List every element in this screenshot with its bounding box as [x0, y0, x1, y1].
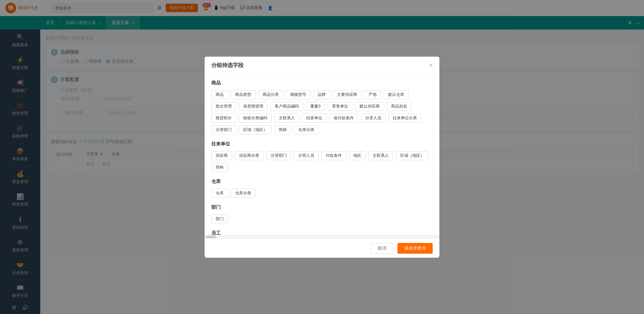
- modal-confirm-button[interactable]: 保存并查询: [397, 243, 433, 254]
- modal-footer: 取消 保存并查询: [205, 239, 439, 258]
- field-tag[interactable]: 分管人员: [361, 114, 386, 123]
- field-tag[interactable]: 规格型号: [286, 90, 311, 99]
- field-tag[interactable]: 商品类型: [231, 90, 256, 99]
- partner-section-title: 往来单位: [211, 141, 433, 147]
- field-tag[interactable]: 供应商: [211, 151, 232, 160]
- field-tag[interactable]: 税收分类编码: [239, 114, 272, 123]
- field-tag[interactable]: 批次管理: [211, 102, 236, 111]
- field-tag[interactable]: 仓库分类: [231, 189, 256, 198]
- modal-dialog: 分组待选字段 × 商品 商品 商品类型 商品分类 规格型号 品牌 主要供应商 产…: [205, 57, 439, 258]
- modal-title: 分组待选字段: [211, 62, 244, 69]
- field-tag[interactable]: 简称: [211, 163, 228, 172]
- field-tag[interactable]: 主联系人: [368, 151, 393, 160]
- modal-overlay: 分组待选字段 × 商品 商品 商品类型 商品分类 规格型号 品牌 主要供应商 产…: [0, 0, 644, 314]
- field-tag[interactable]: 地区: [349, 151, 366, 160]
- warehouse-section-title: 仓库: [211, 179, 433, 185]
- staff-section-title: 员工: [211, 230, 433, 235]
- field-tag[interactable]: 往来单位分类: [388, 114, 421, 123]
- modal-header: 分组待选字段 ×: [205, 57, 439, 75]
- hscroll-thumb[interactable]: [206, 236, 216, 238]
- field-tag[interactable]: 主联系人: [274, 114, 299, 123]
- modal-close-button[interactable]: ×: [429, 62, 433, 69]
- partner-field-tags: 供应商 供应商分类 分管部门 分管人员 付款条件 地区 主联系人 区域（地区） …: [211, 151, 433, 172]
- field-tag[interactable]: 仓库: [211, 189, 228, 198]
- field-tag[interactable]: 分管人员: [294, 151, 319, 160]
- field-tag[interactable]: 商品: [211, 90, 228, 99]
- field-tag[interactable]: 默认供应商: [355, 102, 384, 111]
- field-section-warehouse: 仓库 仓库 仓库分类: [211, 179, 433, 198]
- field-tag[interactable]: 保质期管理: [239, 102, 268, 111]
- field-tag[interactable]: 结算单位: [302, 114, 327, 123]
- field-tag[interactable]: 分管部门: [266, 151, 291, 160]
- field-tag[interactable]: 部门: [211, 214, 228, 224]
- field-tag[interactable]: 付款条件: [321, 151, 346, 160]
- modal-body: 商品 商品 商品类型 商品分类 规格型号 品牌 主要供应商 产地 默认仓库 批次…: [205, 75, 439, 235]
- field-tag[interactable]: 主要供应商: [333, 90, 362, 99]
- field-tag[interactable]: 商品别名: [387, 102, 412, 111]
- modal-cancel-button[interactable]: 取消: [371, 243, 393, 254]
- field-tag[interactable]: 仓库分类: [294, 125, 319, 134]
- field-section-partner: 往来单位 供应商 供应商分类 分管部门 分管人员 付款条件 地区 主联系人 区域…: [211, 141, 433, 172]
- field-tag[interactable]: 简称: [274, 125, 291, 134]
- goods-field-tags: 商品 商品类型 商品分类 规格型号 品牌 主要供应商 产地 默认仓库 批次管理 …: [211, 90, 433, 134]
- field-tag[interactable]: 商品分类: [258, 90, 283, 99]
- field-tag[interactable]: 拣货积分: [211, 114, 236, 123]
- goods-section-title: 商品: [211, 80, 433, 86]
- field-section-dept: 部门 部门: [211, 204, 433, 224]
- field-tag[interactable]: 默认仓库: [384, 90, 409, 99]
- field-tag[interactable]: 供应商分类: [235, 151, 264, 160]
- dept-field-tags: 部门: [211, 214, 433, 224]
- field-tag[interactable]: 产地: [364, 90, 381, 99]
- field-tag[interactable]: 客户商品编码: [270, 102, 303, 111]
- field-section-staff: 员工 业务员: [211, 230, 433, 235]
- field-tag[interactable]: 区域（地区）: [239, 125, 272, 134]
- field-tag[interactable]: 区域（地区）: [396, 151, 429, 160]
- field-tag[interactable]: 收付款条件: [329, 114, 358, 123]
- warehouse-field-tags: 仓库 仓库分类: [211, 189, 433, 198]
- dept-section-title: 部门: [211, 204, 433, 210]
- field-tag[interactable]: 分管部门: [211, 125, 236, 134]
- field-section-goods: 商品 商品 商品类型 商品分类 规格型号 品牌 主要供应商 产地 默认仓库 批次…: [211, 80, 433, 134]
- modal-hscroll[interactable]: [205, 235, 439, 238]
- field-tag[interactable]: 品牌: [313, 90, 330, 99]
- field-tag[interactable]: 重量3: [306, 102, 325, 111]
- field-tag[interactable]: 零售单位: [328, 102, 353, 111]
